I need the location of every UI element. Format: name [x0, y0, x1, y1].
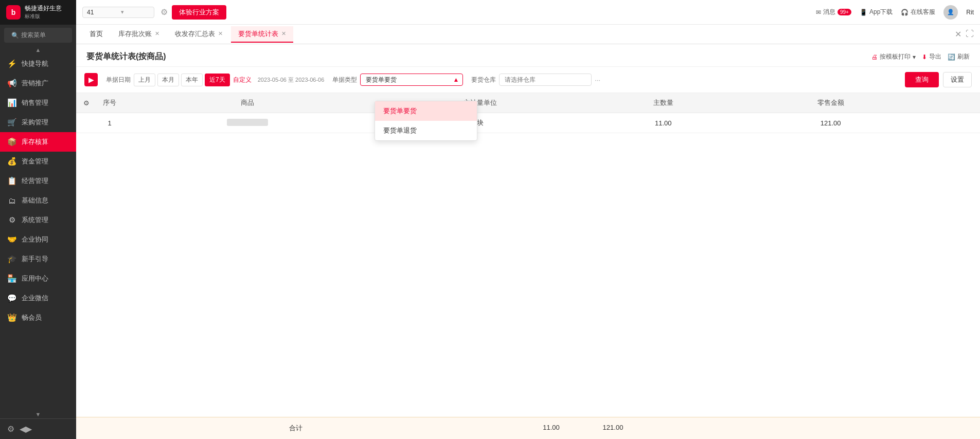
tab-home[interactable]: 首页 [82, 26, 110, 43]
sidebar-item-purchase[interactable]: 🛒 采购管理 [0, 113, 76, 132]
print-btn[interactable]: 🖨 按模板打印 ▾ [871, 52, 916, 61]
close-all-icon[interactable]: ✕ [955, 29, 961, 39]
sidebar-item-label: 基础信息 [22, 196, 48, 205]
page-actions: 🖨 按模板打印 ▾ ⬇ 导出 🔄 刷新 [871, 52, 970, 61]
btn-this-month[interactable]: 本月 [157, 74, 179, 86]
table-header-row: ⚙ 序号 商品 主计量单位 主数量 零售金额 [76, 93, 980, 113]
cell-extra [922, 113, 980, 133]
date-range-text: 2023-05-06 至 2023-06-06 [258, 76, 325, 84]
search-label: 搜索菜单 [21, 31, 46, 40]
member-icon: 👑 [7, 313, 16, 322]
topbar-input[interactable] [87, 9, 118, 16]
filter-expand-btn[interactable]: ▶ [84, 73, 98, 86]
btn-last-month[interactable]: 上月 [134, 74, 155, 86]
trial-btn[interactable]: 体验行业方案 [172, 5, 226, 20]
table-row: 1 块 11.00 121.00 [76, 113, 980, 133]
topbar-gear-icon[interactable]: ⚙ [161, 7, 168, 17]
guide-icon: 🎓 [7, 254, 16, 264]
sidebar-item-basic[interactable]: 🗂 基础信息 [0, 191, 76, 210]
print-icon: 🖨 [871, 53, 878, 61]
purchase-icon: 🛒 [7, 118, 16, 127]
sidebar-item-inventory[interactable]: 📦 库存核算 [0, 132, 76, 152]
dropdown-item-order[interactable]: 要货单要货 [375, 101, 477, 121]
tab-requisition[interactable]: 要货单统计表 ✕ [231, 26, 293, 43]
app-download-btn[interactable]: 📱 App下载 [860, 8, 893, 16]
refresh-label: 刷新 [957, 52, 970, 61]
content: 要货单统计表(按商品) 🖨 按模板打印 ▾ ⬇ 导出 🔄 刷新 ▶ [76, 44, 980, 439]
sidebar-item-member[interactable]: 👑 畅会员 [0, 308, 76, 327]
print-arrow: ▾ [913, 53, 916, 61]
sidebar-item-sales[interactable]: 📊 销售管理 [0, 93, 76, 113]
export-icon: ⬇ [922, 53, 927, 61]
service-icon: 🎧 [901, 9, 908, 16]
topbar-arrow-icon: ▾ [121, 9, 124, 15]
tab-batch-close[interactable]: ✕ [155, 30, 159, 37]
warehouse-input[interactable] [499, 74, 592, 86]
custom-date-link[interactable]: 自定义 [233, 76, 252, 84]
tab-collection-close[interactable]: ✕ [218, 30, 223, 37]
main-area: ▾ ⚙ 体验行业方案 ✉ 消息 99+ 📱 App下载 🎧 在线客服 👤 Rit [76, 0, 980, 439]
page-title: 要货单统计表(按商品) [86, 51, 166, 62]
cooperation-icon: 🤝 [7, 235, 16, 244]
col-extra [922, 93, 980, 113]
tab-collection[interactable]: 收发存汇总表 ✕ [168, 26, 230, 43]
sidebar-item-cooperation[interactable]: 🤝 企业协同 [0, 230, 76, 249]
sidebar-item-system[interactable]: ⚙ 系统管理 [0, 210, 76, 230]
col-no: 序号 [97, 93, 122, 113]
wechat-icon: 💬 [7, 294, 16, 303]
online-service-btn[interactable]: 🎧 在线客服 [901, 8, 935, 16]
tabbar: 首页 库存批次账 ✕ 收发存汇总表 ✕ 要货单统计表 ✕ ✕ ⛶ [76, 25, 980, 44]
bottom-settings-icon[interactable]: ⚙ [7, 424, 14, 434]
sidebar-item-wechat[interactable]: 💬 企业微信 [0, 288, 76, 308]
expand-icon[interactable]: ⛶ [966, 29, 974, 39]
type-select-wrap: 要货单要货 要货单退货 ▲ [360, 74, 463, 86]
btn-this-year[interactable]: 本年 [181, 74, 203, 86]
warehouse-filter-group: 要货仓库 ··· [471, 74, 897, 86]
tab-requisition-close[interactable]: ✕ [281, 30, 286, 37]
messages-btn[interactable]: ✉ 消息 99+ [816, 8, 851, 16]
filter-bar: ▶ 单据日期 上月 本月 本年 近7天 自定义 2023-05-06 至 202… [76, 67, 980, 93]
operations-icon: 📋 [7, 176, 16, 186]
topbar-input-wrap: ▾ [82, 7, 154, 18]
inventory-icon: 📦 [7, 137, 16, 147]
dropdown-item-return[interactable]: 要货单退货 [375, 121, 477, 140]
sidebar-item-operations[interactable]: 📋 经营管理 [0, 171, 76, 191]
settings-btn[interactable]: 设置 [943, 72, 972, 87]
cell-amount: 121.00 [739, 113, 922, 133]
search-icon: 🔍 [11, 32, 19, 39]
tab-requisition-label: 要货单统计表 [238, 29, 278, 39]
app-version: 标准版 [25, 13, 62, 20]
message-badge: 99+ [838, 9, 851, 15]
sidebar-item-appstore[interactable]: 🏪 应用中心 [0, 269, 76, 288]
username-label[interactable]: Rit [966, 9, 974, 16]
page-header: 要货单统计表(按商品) 🖨 按模板打印 ▾ ⬇ 导出 🔄 刷新 [76, 44, 980, 67]
cell-quantity: 11.00 [587, 113, 739, 133]
query-btn[interactable]: 查询 [905, 72, 939, 87]
footer-total-label: 合计 [289, 424, 302, 432]
sidebar-scroll-down[interactable]: ▼ [0, 410, 76, 418]
footer-amount: 121.00 [603, 424, 623, 431]
refresh-btn[interactable]: 🔄 刷新 [948, 52, 970, 61]
user-avatar: 👤 [943, 5, 958, 20]
warehouse-dots-icon[interactable]: ··· [595, 76, 600, 84]
type-filter-group: 单据类型 要货单要货 要货单退货 ▲ [332, 74, 463, 86]
col-settings[interactable]: ⚙ [76, 93, 97, 113]
sidebar-item-marketing[interactable]: 📢 营销推广 [0, 74, 76, 93]
sidebar-scroll-up[interactable]: ▲ [0, 46, 76, 54]
sidebar-item-label: 企业协同 [22, 235, 48, 244]
type-select[interactable]: 要货单要货 要货单退货 [360, 74, 463, 86]
btn-7days[interactable]: 近7天 [205, 74, 230, 86]
export-btn[interactable]: ⬇ 导出 [922, 52, 941, 61]
tab-batch[interactable]: 库存批次账 ✕ [111, 26, 167, 43]
cell-settings [76, 113, 97, 133]
bottom-collapse-icon[interactable]: ◀▶ [20, 424, 32, 434]
sidebar-item-guide[interactable]: 🎓 新手引导 [0, 249, 76, 269]
sidebar-search[interactable]: 🔍 搜索菜单 [4, 28, 72, 43]
sidebar-item-label: 系统管理 [22, 215, 48, 225]
product-blurred [227, 119, 268, 126]
sidebar-item-shortcut[interactable]: ⚡ 快捷导航 [0, 54, 76, 74]
col-quantity: 主数量 [587, 93, 739, 113]
basic-icon: 🗂 [7, 196, 16, 205]
sidebar-item-finance[interactable]: 💰 资金管理 [0, 152, 76, 171]
tab-collection-label: 收发存汇总表 [175, 29, 215, 39]
